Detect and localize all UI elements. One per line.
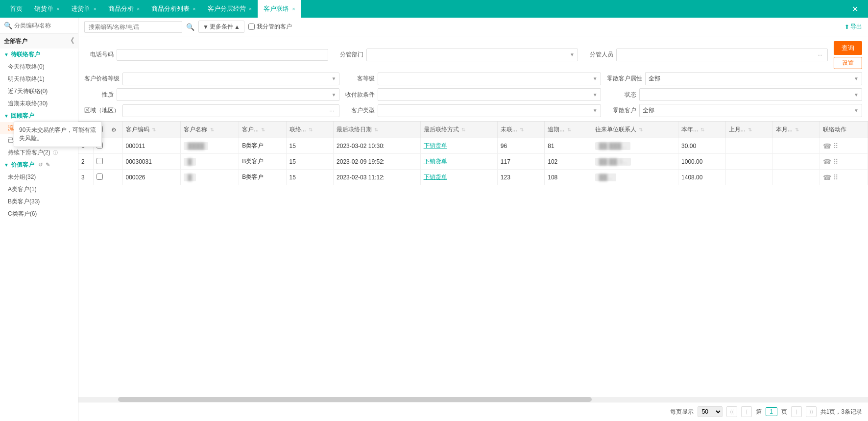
cell-this-month (773, 154, 820, 170)
contact-action-icon[interactable]: ☎ (823, 142, 831, 150)
name-sort-icon: ⇅ (210, 127, 214, 132)
nav-product-analysis-list[interactable]: 商品分析列表 × (145, 0, 201, 18)
more-action-icon[interactable]: ⠿ (833, 142, 838, 150)
nav-customer-contact[interactable]: 客户联络 × (258, 0, 301, 18)
cell-contact: 15 (286, 138, 333, 154)
first-page-button[interactable]: ⟨⟨ (726, 406, 737, 417)
cell-checkbox[interactable] (93, 154, 108, 170)
last-contact-way-link[interactable]: 下销货单 (424, 158, 447, 165)
nav-sales-order[interactable]: 销货单 × (28, 0, 65, 18)
settings-button[interactable]: 设置 (834, 57, 862, 69)
th-unit-contact[interactable]: 往来单位联系人 ⇅ (592, 122, 678, 138)
th-this-month[interactable]: 本月... ⇅ (773, 122, 820, 138)
th-last-contact-date[interactable]: 最后联络日期 ⇅ (334, 122, 421, 138)
prev-page-button[interactable]: ⟨ (741, 406, 752, 417)
status-select[interactable]: ▼ (639, 88, 862, 101)
sidebar-item-ungroup[interactable]: 未分组(32) (0, 171, 78, 183)
last-page-button[interactable]: ⟩⟩ (806, 406, 817, 417)
more-conditions-button[interactable]: ▼ 更多条件 ▲ (198, 21, 244, 33)
zero-sale-attr-chevron-down-icon: ▼ (854, 76, 859, 81)
cell-code: 00030031 (122, 154, 181, 170)
my-customers-checkbox-label[interactable]: 我分管的客户 (248, 23, 292, 31)
per-page-select[interactable]: 50 100 200 (698, 406, 723, 417)
export-button[interactable]: ⬆ 导出 (844, 23, 862, 31)
nav-customer-segment-close[interactable]: × (249, 6, 252, 12)
table-header-row: ⚙ 客户编码 ⇅ 客户名称 ⇅ 客户... ⇅ (78, 122, 868, 138)
nav-home[interactable]: 首页 (4, 0, 28, 18)
sidebar-item-class-a[interactable]: A类客户(1) (0, 183, 78, 196)
next-page-button[interactable]: ⟩ (791, 406, 802, 417)
value-refresh-icon[interactable]: ↺ (38, 162, 43, 168)
query-button[interactable]: 查询 (834, 41, 862, 55)
th-code[interactable]: 客户编码 ⇅ (122, 122, 181, 138)
nav-purchase-order[interactable]: 进货单 × (65, 0, 102, 18)
horizontal-scrollbar[interactable] (78, 397, 868, 402)
th-contact[interactable]: 联络... ⇅ (286, 122, 333, 138)
sidebar-item-today-contact[interactable]: 今天待联络(0) (0, 61, 78, 73)
sidebar-section-pending[interactable]: ▼ 待联络客户 (0, 49, 78, 61)
sidebar-search-input[interactable] (14, 22, 78, 29)
th-last-month[interactable]: 上月... ⇅ (725, 122, 772, 138)
window-close-button[interactable]: ✕ (846, 0, 864, 18)
more-action-icon[interactable]: ⠿ (833, 158, 838, 166)
filter-phone-field: 电话号码 (84, 49, 328, 61)
my-customers-checkbox[interactable] (248, 24, 255, 30)
sidebar-item-class-c[interactable]: C类客户(6) (0, 208, 78, 220)
nav-product-analysis-list-close[interactable]: × (193, 6, 195, 12)
nav-customer-segment[interactable]: 客户分层经营 × (202, 0, 258, 18)
last-contact-way-link[interactable]: 下销货单 (424, 173, 447, 180)
main-layout: 🔍 全部客户 《 ▼ 待联络客户 今天待联络(0) 明天待联络(1) 近7天待联… (0, 18, 868, 421)
th-last-contact-way[interactable]: 最后联络方式 ⇅ (420, 122, 497, 138)
table-row: 1 000011 ████ B类客户 15 2023-03-02 10:30: … (78, 138, 868, 154)
gender-select[interactable]: ▼ (117, 88, 339, 101)
all-customers-label: 全部客户 (4, 37, 27, 46)
nav-purchase-order-close[interactable]: × (93, 6, 96, 12)
th-this-year[interactable]: 本年... ⇅ (678, 122, 725, 138)
th-overdue[interactable]: 逾期... ⇅ (545, 122, 592, 138)
phone-input[interactable] (117, 49, 328, 61)
nav-sales-order-close[interactable]: × (56, 6, 59, 12)
search-input[interactable] (84, 21, 182, 33)
th-uncontact[interactable]: 未联... ⇅ (497, 122, 544, 138)
payment-select[interactable]: ▼ (378, 88, 601, 101)
sidebar-item-declining[interactable]: 持续下滑客户(2) ⓘ (0, 147, 78, 159)
cell-checkbox[interactable] (93, 170, 108, 185)
th-type[interactable]: 客户... ⇅ (239, 122, 286, 138)
horizontal-scroll-thumb[interactable] (118, 397, 592, 402)
dept-select[interactable]: ▼ (366, 49, 578, 61)
cell-this-year: 1408.00 (678, 170, 725, 185)
customer-level-select[interactable]: ▼ (378, 73, 601, 85)
more-action-icon[interactable]: ⠿ (833, 173, 838, 181)
contact-action-icon[interactable]: ☎ (823, 158, 831, 166)
zero-sale-select[interactable]: 全部 ▼ (639, 104, 862, 117)
last-contact-way-link[interactable]: 下销货单 (424, 142, 447, 149)
value-edit-icon[interactable]: ✎ (46, 162, 50, 168)
region-select[interactable]: ··· (122, 104, 339, 117)
sidebar-item-tomorrow-contact[interactable]: 明天待联络(1) (0, 73, 78, 85)
person-select[interactable]: ··· (616, 49, 828, 61)
filter-row-3: 性质 ▼ 收付款条件 ▼ 状态 (84, 88, 862, 101)
price-level-select[interactable]: ▼ (122, 73, 339, 85)
sidebar-section-review[interactable]: ▼ 回顾客户 (0, 110, 78, 122)
contact-action-icon[interactable]: ☎ (823, 173, 831, 181)
region-more-icon[interactable]: ··· (327, 107, 336, 114)
filter-status-field: 状态 ▼ (607, 88, 862, 101)
sidebar-all-customers-header[interactable]: 全部客户 《 (0, 34, 78, 49)
advanced-filter: 电话号码 分管部门 ▼ 分管人员 ··· (78, 36, 868, 122)
filter-search-icon[interactable]: 🔍 (186, 23, 194, 31)
person-more-icon[interactable]: ··· (816, 51, 824, 58)
th-name[interactable]: 客户名称 ⇅ (181, 122, 239, 138)
sidebar-item-7days-contact[interactable]: 近7天待联络(0) (0, 85, 78, 98)
sidebar-item-class-b[interactable]: B类客户(33) (0, 196, 78, 208)
nav-product-analysis-close[interactable]: × (137, 6, 140, 12)
sidebar-section-value[interactable]: ▼ 价值客户 ↺ ✎ (0, 159, 78, 171)
nav-customer-contact-close[interactable]: × (292, 6, 295, 12)
row-checkbox[interactable] (96, 158, 103, 164)
cell-unit-contact: ██... (592, 170, 678, 185)
nav-product-analysis[interactable]: 商品分析 × (102, 0, 145, 18)
customer-type-select[interactable]: ▼ (378, 104, 601, 117)
th-settings[interactable]: ⚙ (108, 122, 122, 138)
row-checkbox[interactable] (96, 173, 103, 180)
zero-sale-attr-select[interactable]: 全部 ▼ (645, 72, 862, 85)
sidebar-item-overdue-contact[interactable]: 逾期未联络(30) (0, 98, 78, 110)
